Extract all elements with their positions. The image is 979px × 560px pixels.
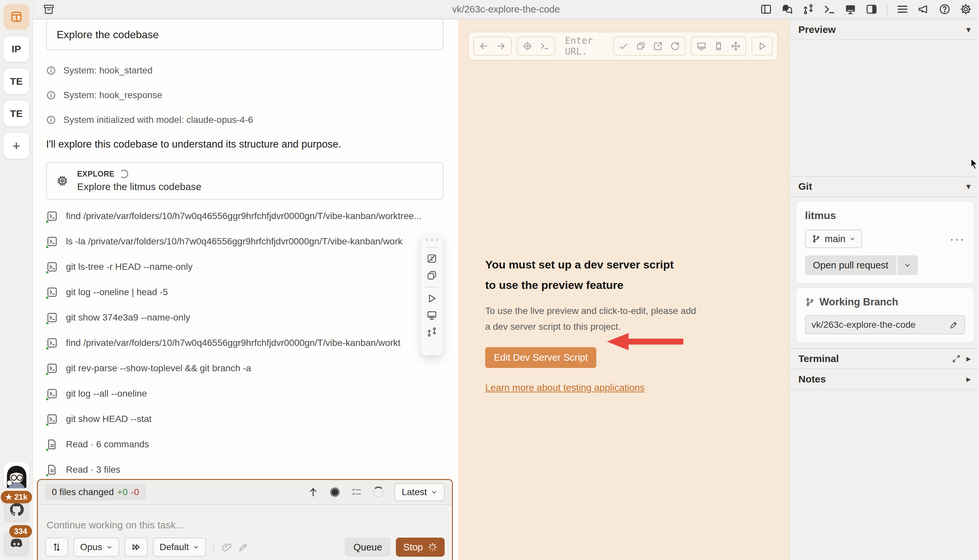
section-terminal[interactable]: Terminal ▸	[790, 349, 979, 369]
check-icon[interactable]	[618, 41, 629, 52]
monitor-icon[interactable]	[845, 3, 856, 15]
read-summary-text: Read · 3 files	[66, 465, 120, 475]
section-preview[interactable]: Preview ▾	[790, 20, 979, 40]
message-input[interactable]: Continue working on this task...	[38, 505, 452, 531]
terminal-command-icon	[46, 337, 58, 349]
command-row[interactable]: git rev-parse --show-toplevel && git bra…	[46, 362, 443, 375]
chat-icon[interactable]	[781, 3, 793, 15]
empty-state-body: To use the live preview and click-to-edi…	[485, 303, 696, 335]
scroll-top-icon[interactable]	[307, 487, 319, 498]
queue-button[interactable]: Queue	[345, 538, 391, 557]
tab-project-ip[interactable]: IP	[3, 36, 29, 62]
composer-actions-row: Opus Default Queue Stop	[45, 538, 445, 557]
panel-left-icon[interactable]	[760, 3, 772, 15]
monitor-icon[interactable]	[426, 310, 438, 321]
command-row[interactable]: ls -la /private/var/folders/10/h7w0q4655…	[46, 235, 443, 248]
profile-label: Default	[160, 542, 189, 552]
learn-more-link[interactable]: Learn more about testing applications	[485, 382, 645, 393]
run-preview-icon[interactable]	[757, 41, 767, 52]
star-icon: ★	[5, 492, 13, 502]
files-changed-chip[interactable]: 0 files changed +0 -0	[45, 484, 146, 500]
sparkle-icon[interactable]	[329, 487, 341, 498]
plus-icon: +	[13, 139, 20, 153]
pen-icon[interactable]	[238, 542, 249, 553]
copy-icon[interactable]	[635, 41, 646, 52]
edit-pencil-icon[interactable]	[949, 320, 959, 329]
fast-forward-button[interactable]	[125, 538, 148, 557]
section-notes[interactable]: Notes ▸	[790, 369, 979, 390]
model-dropdown[interactable]: Opus	[74, 538, 119, 557]
system-message[interactable]: System: hook_started	[46, 64, 443, 77]
tab-project-te-2[interactable]: TE	[3, 101, 29, 127]
back-icon[interactable]	[479, 41, 489, 52]
system-message[interactable]: System initialized with model: claude-op…	[46, 113, 443, 127]
github-link[interactable]: ★ 21k	[3, 497, 29, 522]
caret-down-icon: ▾	[966, 182, 971, 191]
new-tab-button[interactable]: +	[3, 133, 29, 159]
stop-button[interactable]: Stop	[396, 538, 445, 557]
section-git[interactable]: Git ▾	[790, 177, 979, 197]
empty-state-title: You must set up a dev server script to u…	[485, 254, 716, 295]
git-compare-icon[interactable]	[426, 327, 438, 338]
repo-name: litmus	[805, 210, 965, 222]
open-pr-dropdown[interactable]	[897, 255, 918, 275]
forward-icon[interactable]	[496, 41, 506, 52]
profile-dropdown[interactable]: Default	[153, 538, 206, 557]
desktop-icon[interactable]	[696, 41, 707, 52]
play-icon[interactable]	[426, 293, 438, 304]
copy-icon[interactable]	[426, 270, 438, 281]
settings-gear-icon[interactable]	[960, 3, 972, 15]
avatar[interactable]	[3, 462, 29, 488]
external-link-icon[interactable]	[653, 41, 663, 52]
command-row[interactable]: find /private/var/folders/10/h7w0q46556g…	[46, 336, 443, 350]
git-section-body: litmus main ··· Open pull request	[790, 197, 979, 349]
command-row[interactable]: git show HEAD --stat	[46, 412, 443, 426]
discord-link[interactable]: 334	[3, 531, 29, 557]
version-dropdown[interactable]: Latest	[394, 483, 445, 501]
read-row[interactable]: Read · 6 commands	[46, 438, 443, 451]
tab-project-te-1[interactable]: TE	[3, 68, 29, 94]
explore-task-card[interactable]: EXPLORE Explore the litmus codebase	[46, 162, 443, 200]
terminal-prompt-icon[interactable]	[539, 41, 550, 52]
command-row[interactable]: git log --oneline | head -5	[46, 286, 443, 299]
checklist-icon[interactable]	[351, 487, 362, 498]
base-branch-dropdown[interactable]: main	[805, 230, 862, 248]
system-message-text: System initialized with model: claude-op…	[63, 115, 253, 125]
help-icon[interactable]	[939, 3, 951, 15]
command-row[interactable]: find /private/var/folders/10/h7w0q46556g…	[46, 210, 443, 223]
expand-icon[interactable]	[952, 355, 961, 363]
command-row[interactable]: git show 374e3a9 --name-only	[46, 311, 443, 324]
git-compare-icon[interactable]	[802, 3, 814, 15]
move-icon[interactable]	[730, 41, 741, 52]
system-message[interactable]: System: hook_response	[46, 88, 443, 102]
working-branch-field[interactable]: vk/263c-explore-the-code	[805, 315, 965, 334]
archive-icon[interactable]	[43, 3, 55, 15]
command-text: ls -la /private/var/folders/10/h7w0q4655…	[66, 236, 403, 247]
tab-label: TE	[10, 76, 22, 87]
base-branch-label: main	[825, 233, 845, 245]
terminal-icon[interactable]	[824, 3, 835, 15]
crosshair-icon[interactable]	[522, 41, 533, 52]
chevron-down-icon	[849, 236, 855, 242]
megaphone-icon[interactable]	[918, 3, 930, 15]
more-options-icon[interactable]: ···	[950, 233, 965, 245]
edit-dev-server-script-button[interactable]: Edit Dev Server Script	[485, 347, 596, 368]
task-title: Explore the codebase	[57, 29, 159, 41]
command-row[interactable]: git ls-tree -r HEAD --name-only	[46, 260, 443, 273]
drag-handle-icon[interactable]	[426, 238, 438, 241]
terminal-command-icon	[46, 413, 58, 425]
app-window: IP TE TE + ★	[0, 0, 979, 560]
open-pull-request-button[interactable]: Open pull request	[805, 255, 896, 275]
mobile-icon[interactable]	[713, 41, 724, 52]
screenshot-icon[interactable]	[426, 253, 438, 264]
url-input[interactable]: Enter URL.	[565, 35, 603, 57]
read-row[interactable]: Read · 3 files	[46, 463, 443, 476]
terminal-command-icon	[46, 388, 58, 400]
menu-icon[interactable]	[897, 3, 909, 15]
tab-kanban-board[interactable]	[3, 4, 29, 30]
settings-sliders-button[interactable]	[45, 538, 68, 557]
refresh-icon[interactable]	[670, 41, 680, 52]
panel-right-icon[interactable]	[865, 3, 877, 15]
command-row[interactable]: git log --all --oneline	[46, 387, 443, 400]
attachment-icon[interactable]	[221, 542, 232, 553]
